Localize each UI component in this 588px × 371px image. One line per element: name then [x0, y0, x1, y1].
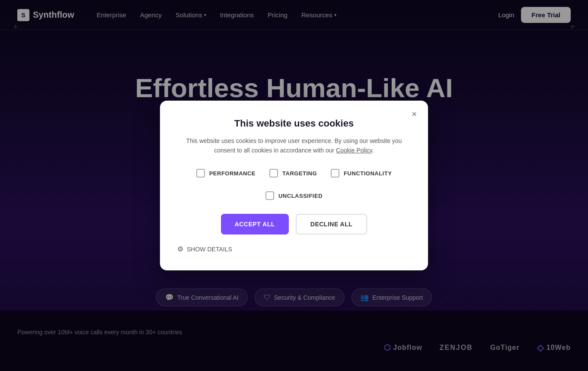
performance-label: PERFORMANCE: [209, 170, 256, 177]
functionality-label: FUNCTIONALITY: [344, 170, 392, 177]
functionality-checkbox[interactable]: [331, 169, 339, 178]
targeting-label: TARGETING: [282, 170, 317, 177]
unclassified-checkbox[interactable]: [265, 191, 274, 200]
cookie-option-functionality[interactable]: FUNCTIONALITY: [331, 169, 392, 178]
unclassified-label: UNCLASSIFIED: [278, 193, 323, 199]
cookie-modal-description: This website uses cookies to improve use…: [177, 136, 411, 155]
modal-overlay: × This website uses cookies This website…: [0, 0, 588, 371]
cookie-modal-title: This website uses cookies: [177, 118, 411, 129]
cookie-modal: × This website uses cookies This website…: [160, 101, 428, 271]
modal-actions: ACCEPT ALL DECLINE ALL: [177, 214, 411, 235]
modal-close-button[interactable]: ×: [407, 108, 421, 121]
show-details-button[interactable]: ⚙ SHOW DETAILS: [177, 245, 232, 253]
cookie-policy-link[interactable]: Cookie Policy: [336, 147, 372, 154]
decline-all-button[interactable]: DECLINE ALL: [296, 214, 368, 235]
cookie-option-targeting[interactable]: TARGETING: [269, 169, 317, 178]
gear-icon: ⚙: [177, 245, 183, 253]
cookie-option-unclassified[interactable]: UNCLASSIFIED: [265, 191, 323, 200]
performance-checkbox[interactable]: [196, 169, 205, 178]
accept-all-button[interactable]: ACCEPT ALL: [221, 214, 289, 235]
cookie-option-performance[interactable]: PERFORMANCE: [196, 169, 256, 178]
targeting-checkbox[interactable]: [269, 169, 278, 178]
cookie-options: PERFORMANCE TARGETING FUNCTIONALITY UNCL…: [177, 169, 411, 200]
